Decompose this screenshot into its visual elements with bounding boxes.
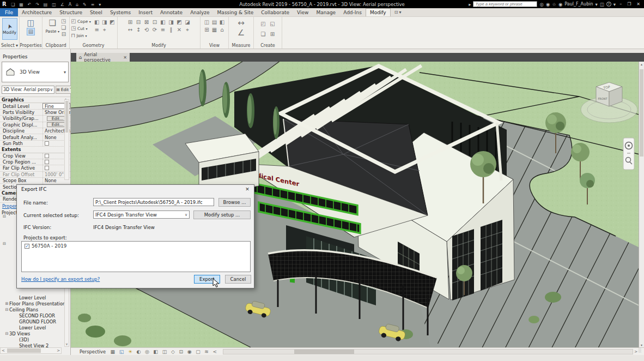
shadows-icon[interactable]: ◐ (137, 349, 141, 354)
ribbon-icon[interactable]: ⟳ (153, 27, 157, 33)
prop-row-detail-level[interactable]: Detail LevelFine (0, 103, 70, 109)
ribbon-icon[interactable]: ◨ (102, 19, 107, 26)
close-button[interactable]: ✕ (636, 2, 640, 7)
ribbon-icon[interactable]: ⌖ (186, 27, 189, 33)
tree-expander-icon[interactable]: ⊟ (4, 308, 9, 312)
panel-select-label[interactable]: Select ▾ (0, 43, 19, 48)
crop-view-checkbox[interactable] (45, 154, 49, 158)
measure-ruler-icon[interactable]: ↔ (238, 18, 245, 28)
scroll-right-icon[interactable]: > (634, 350, 637, 354)
help-dropdown-icon[interactable]: ▾ (613, 2, 616, 7)
scrollbar-thumb[interactable] (294, 350, 354, 354)
tree-item[interactable]: ⊟3D Views (0, 330, 64, 336)
prop-row-far-clip-active[interactable]: Far Clip Active (0, 165, 70, 171)
cube-front-label[interactable]: FRONT (598, 97, 607, 100)
ribbon-icon[interactable]: ◱ (270, 21, 275, 27)
tree-expander-icon[interactable]: ⊞ (4, 302, 9, 306)
modify-setup-button[interactable]: Modify setup ... (193, 210, 251, 219)
tree-item[interactable]: ⊟Ceiling Plans (0, 306, 64, 312)
ribbon-icon[interactable]: ❏ (261, 31, 266, 38)
scrollbar-thumb[interactable] (7, 348, 41, 353)
project-item[interactable]: ✓ 56750A - 2019 (25, 243, 247, 249)
ribbon-icon[interactable]: ◫ (204, 19, 209, 26)
ribbon-icon[interactable]: ▦ (212, 27, 217, 33)
prop-row-graphic-display[interactable]: Graphic Displ...Edit... (0, 122, 70, 128)
dialog-close-icon[interactable]: ✕ (241, 186, 254, 192)
redo-icon[interactable]: ↷ (35, 2, 39, 7)
file-name-input[interactable] (93, 198, 214, 206)
browse-button[interactable]: Browse ... (218, 198, 251, 207)
cope-button[interactable]: ◰ Cope ▾ (71, 18, 90, 25)
ribbon-icon[interactable]: ⊞ (204, 27, 209, 33)
copy-icon[interactable]: ❏ (61, 25, 66, 31)
crop-icon[interactable]: ▦ (111, 349, 116, 354)
ribbon-icon[interactable]: ◧ (220, 19, 224, 26)
measure-icon[interactable]: ◫ (52, 2, 56, 7)
ribbon-icon[interactable]: ⊠ (144, 19, 149, 26)
scroll-right-icon[interactable]: > (57, 348, 60, 353)
match-type-icon[interactable]: ⊟ (62, 31, 66, 38)
signed-in-user[interactable]: Paul_F_Aubin (564, 2, 593, 7)
user-dropdown-icon[interactable]: ▾ (596, 2, 598, 7)
search-input[interactable] (473, 1, 537, 7)
prop-row-crop-region[interactable]: Crop Region ... (0, 159, 70, 165)
ribbon-icon[interactable]: ◧ (160, 19, 165, 26)
ribbon-icon[interactable]: ⊡ (153, 19, 157, 26)
join-button[interactable]: ⊓ Join ▾ (71, 32, 87, 39)
app-store-icon[interactable]: ◫ (600, 2, 604, 7)
prop-row-scope-box[interactable]: Scope BoxNone (0, 178, 70, 184)
move-icon[interactable]: ↔ (128, 27, 132, 33)
view-tab-aerial-perspective[interactable]: ⌂ Aerial perspective ✕ (76, 53, 130, 62)
rotate-icon[interactable]: ⟲ (144, 27, 149, 33)
view-vscrollbar[interactable]: ▴ ▾ (639, 62, 644, 347)
section-extents[interactable]: Extents∧ (0, 147, 70, 153)
subscription-icon[interactable]: ◉ (546, 2, 550, 7)
scrollbar-thumb[interactable] (65, 101, 68, 133)
far-clip-checkbox[interactable] (45, 166, 49, 170)
ribbon-icon[interactable]: ⌂ (220, 27, 223, 33)
scroll-left-icon[interactable]: < (2, 348, 5, 353)
constraints-icon[interactable]: ≋ (204, 349, 209, 354)
projects-list[interactable]: ✓ 56750A - 2019 (21, 241, 251, 272)
visual-style-icon[interactable]: ◱ (119, 349, 124, 354)
undo-icon[interactable]: ↶ (28, 2, 32, 7)
paste-icon[interactable]: ❏ (49, 18, 56, 28)
tab-massing-site[interactable]: Massing & Site (214, 8, 258, 16)
instance-selector[interactable]: 3D View: Aerial persp ∨ (2, 86, 54, 94)
scale-perspective-label[interactable]: Perspective (80, 349, 106, 354)
tab-add-ins[interactable]: Add-Ins (339, 8, 366, 16)
tree-item[interactable]: SECOND FLOOR (0, 312, 64, 318)
sun-settings-icon[interactable]: ☀ (128, 349, 132, 354)
type-selector[interactable]: 3D View ▾ (2, 62, 69, 82)
tab-architecture[interactable]: Architecture (18, 8, 56, 16)
account-icon[interactable]: ◉ (558, 2, 562, 7)
sun-path-checkbox[interactable] (45, 141, 49, 146)
dialog-title-bar[interactable]: Export IFC ✕ (17, 185, 254, 194)
prop-row-discipline[interactable]: DisciplineArchitectural (0, 128, 70, 134)
ribbon-icon[interactable]: ↕ (136, 27, 141, 33)
tree-item[interactable]: (3D) (0, 336, 64, 342)
crop-region-checkbox[interactable] (45, 160, 49, 164)
ribbon-icon[interactable]: ∥ (170, 27, 173, 33)
properties-toggle-icon[interactable]: ▤ (27, 28, 35, 35)
tree-expander-icon[interactable]: ⊟ (4, 332, 9, 336)
prop-row-default-analysis[interactable]: Default Analy...None (0, 134, 70, 140)
prop-row-far-clip-offset[interactable]: Far Clip Offset1000' 0" (0, 172, 70, 178)
tree-item[interactable]: Lower Level (0, 324, 64, 330)
tree-item[interactable]: GROUND FLOOR (0, 318, 64, 324)
paste-label[interactable]: Paste ▾ (45, 28, 59, 35)
default-3d-view-icon[interactable]: ⌂ (76, 2, 78, 7)
tree-expander-icon[interactable]: ⊟ (3, 214, 6, 219)
tab-systems[interactable]: Systems (106, 8, 135, 16)
tab-modify[interactable]: Modify (366, 8, 391, 16)
type-selector-dropdown-icon[interactable]: ▾ (64, 70, 66, 75)
project-checkbox[interactable]: ✓ (25, 244, 29, 249)
scrollbar-thumb[interactable] (640, 69, 643, 157)
analytical-model-icon[interactable]: ▢ (196, 349, 201, 354)
view-hscrollbar[interactable] (223, 349, 634, 354)
view-cube-faces[interactable]: TOP FRONT (596, 82, 622, 106)
tree-expander-icon[interactable]: ⊟ (3, 242, 6, 246)
print-icon[interactable]: ▤ (44, 2, 48, 7)
prop-row-crop-view[interactable]: Crop View (0, 153, 70, 159)
temporary-view-icon[interactable]: ◉ (187, 349, 192, 354)
